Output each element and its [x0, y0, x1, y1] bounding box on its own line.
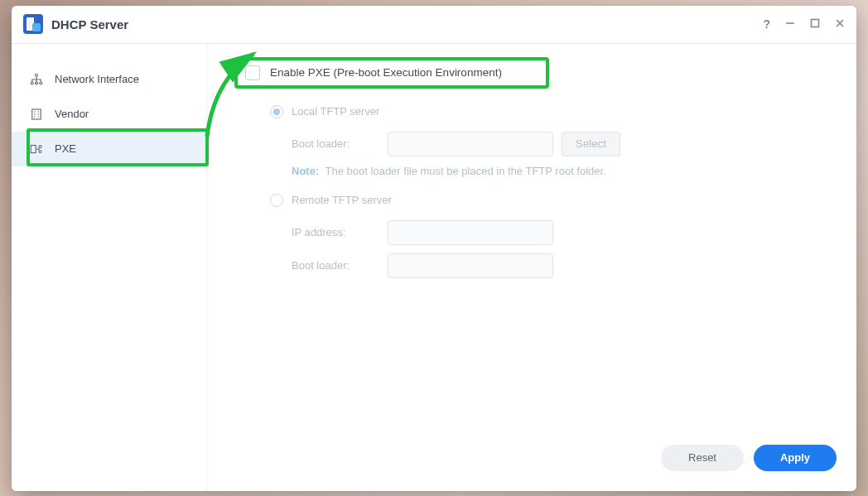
sidebar-item-network-interface[interactable]: Network Interface	[12, 62, 206, 97]
enable-pxe-label: Enable PXE (Pre-boot Execution Environme…	[270, 66, 502, 79]
boot-loader-note: Note: The boot loader file must be place…	[292, 165, 837, 177]
sidebar-item-label: PXE	[55, 142, 76, 155]
pxe-icon	[28, 141, 45, 157]
remote-boot-loader-row: Boot loader:	[292, 253, 837, 278]
remote-boot-loader-label: Boot loader:	[292, 259, 388, 272]
window-controls: ?	[763, 18, 845, 30]
app-title: DHCP Server	[51, 17, 128, 31]
svg-rect-1	[812, 20, 819, 27]
sidebar-item-label: Network Interface	[55, 73, 139, 85]
svg-rect-15	[31, 145, 36, 152]
app-window: DHCP Server ? Network Interface	[12, 6, 856, 491]
titlebar: DHCP Server ?	[12, 6, 856, 44]
remote-boot-loader-input[interactable]	[388, 253, 553, 278]
note-text: The boot loader file must be placed in t…	[326, 165, 606, 177]
local-tftp-label: Local TFTP server	[292, 105, 379, 118]
sidebar-item-vendor[interactable]: Vendor	[12, 97, 206, 132]
apply-button[interactable]: Apply	[754, 445, 837, 471]
reset-button[interactable]: Reset	[661, 445, 744, 471]
ip-address-input[interactable]	[388, 220, 553, 245]
app-icon	[23, 14, 43, 34]
sidebar: Network Interface Vendor PXE	[12, 44, 207, 491]
local-tftp-row: Local TFTP server	[270, 104, 837, 120]
building-icon	[28, 106, 45, 123]
network-icon	[28, 71, 45, 88]
svg-point-17	[39, 150, 41, 152]
enable-pxe-row: Enable PXE (Pre-boot Execution Environme…	[245, 65, 837, 80]
select-button[interactable]: Select	[562, 132, 620, 157]
remote-ip-row: IP address:	[292, 220, 837, 245]
local-boot-loader-row: Boot loader: Select	[292, 132, 837, 157]
remote-tftp-row: Remote TFTP server	[270, 192, 837, 209]
svg-point-16	[39, 145, 41, 147]
svg-rect-8	[32, 109, 41, 119]
remote-tftp-radio[interactable]	[270, 194, 283, 207]
help-icon[interactable]: ?	[763, 18, 770, 30]
minimize-icon[interactable]	[785, 18, 795, 30]
remote-tftp-label: Remote TFTP server	[292, 194, 392, 206]
local-boot-loader-input[interactable]	[388, 132, 553, 157]
footer: Reset Apply	[245, 445, 837, 474]
note-prefix: Note:	[292, 165, 319, 177]
close-icon[interactable]	[835, 18, 845, 30]
ip-address-label: IP address:	[292, 226, 388, 238]
svg-point-5	[31, 82, 33, 84]
enable-pxe-checkbox[interactable]	[245, 65, 260, 80]
svg-point-7	[40, 82, 42, 84]
maximize-icon[interactable]	[810, 18, 820, 30]
main-panel: Enable PXE (Pre-boot Execution Environme…	[207, 44, 856, 491]
pxe-options: Local TFTP server Boot loader: Select No…	[270, 104, 837, 287]
svg-point-4	[36, 74, 38, 76]
local-tftp-radio[interactable]	[270, 105, 283, 118]
boot-loader-label: Boot loader:	[292, 137, 388, 150]
content: Network Interface Vendor PXE Enable PXE …	[12, 44, 856, 491]
sidebar-item-pxe[interactable]: PXE	[12, 132, 206, 166]
sidebar-item-label: Vendor	[55, 108, 89, 120]
